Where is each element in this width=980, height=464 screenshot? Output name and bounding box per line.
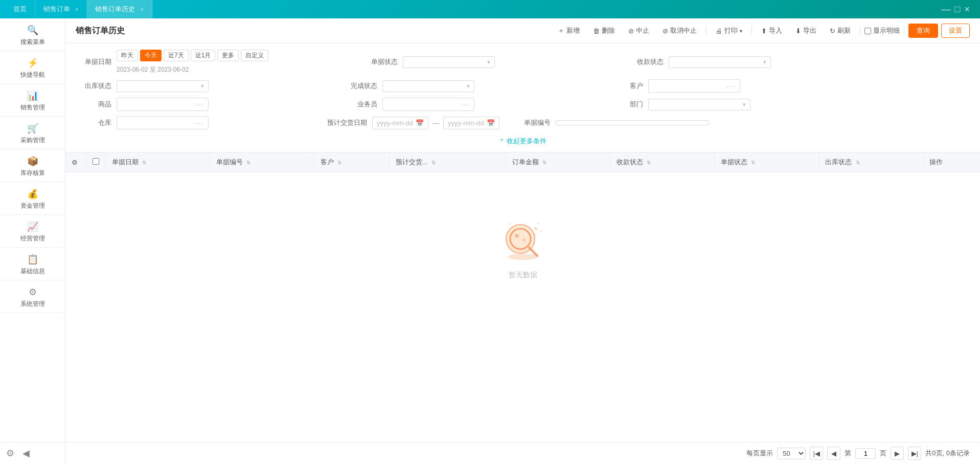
column-settings-icon[interactable]: ⚙ xyxy=(72,159,78,166)
cancel-stop-button[interactable]: ⊘ 取消中止 xyxy=(657,24,702,37)
col-payment-status-sort-icon[interactable]: ⇅ xyxy=(647,160,651,165)
next-page-button[interactable]: ▶ xyxy=(891,447,904,460)
print-arrow-icon: ▾ xyxy=(740,28,742,34)
col-delivery-status[interactable]: 出库状态 ⇅ xyxy=(818,152,923,172)
salesperson-input[interactable]: ··· xyxy=(382,98,474,111)
col-customer-sort-icon[interactable]: ⇅ xyxy=(337,160,341,165)
sidebar-item-sales[interactable]: 📊 销售管理 xyxy=(0,84,65,117)
page-number-input[interactable] xyxy=(855,448,876,459)
order-no-input[interactable] xyxy=(556,120,709,125)
display-detail-text: 显示明细 xyxy=(873,26,900,35)
customer-dots-icon: ··· xyxy=(726,82,736,90)
refresh-button[interactable]: ↻ 刷新 xyxy=(825,24,856,37)
svg-point-7 xyxy=(537,223,539,225)
select-all-checkbox[interactable] xyxy=(93,158,99,165)
tab-sales-order[interactable]: 销售订单 × xyxy=(35,0,87,18)
col-delivery-status-sort-icon[interactable]: ⇅ xyxy=(856,160,860,165)
col-checkbox[interactable] xyxy=(86,152,105,172)
tab-sales-order-close[interactable]: × xyxy=(75,6,78,12)
customer-control: ··· xyxy=(648,79,842,93)
sidebar-item-search-menu[interactable]: 🔍 搜索菜单 xyxy=(0,18,65,51)
tab-home[interactable]: 首页 xyxy=(5,0,35,18)
display-detail-checkbox-label[interactable]: 显示明细 xyxy=(864,26,900,35)
date-btn-more[interactable]: 更多 xyxy=(217,50,239,61)
settings-button[interactable]: 设置 xyxy=(941,24,970,38)
warehouse-input[interactable]: ··· xyxy=(117,116,209,129)
col-expected-delivery-label: 预计交货... xyxy=(396,158,428,166)
sidebar-item-purchase[interactable]: 🛒 采购管理 xyxy=(0,117,65,149)
sidebar-item-quick-nav[interactable]: ⚡ 快捷导航 xyxy=(0,51,65,84)
collapse-row[interactable]: ⌃ 收起更多条件 xyxy=(76,135,970,146)
col-order-status-sort-icon[interactable]: ⇅ xyxy=(751,160,755,165)
display-detail-checkbox[interactable] xyxy=(864,28,871,34)
toolbar-divider-2 xyxy=(751,27,752,35)
col-expected-delivery[interactable]: 预计交货... ⇅ xyxy=(389,152,506,172)
complete-status-label: 完成状态 xyxy=(341,81,382,91)
page-size-label: 每页显示 xyxy=(746,449,773,458)
import-button[interactable]: ⬆ 导入 xyxy=(756,24,787,37)
date-btn-1month[interactable]: 近1月 xyxy=(191,50,216,61)
col-expected-delivery-sort-icon[interactable]: ⇅ xyxy=(431,160,436,165)
empty-state: ~ ~ 暂无数据 xyxy=(65,172,980,321)
date-btn-yesterday[interactable]: 昨天 xyxy=(117,50,138,61)
delivery-status-select[interactable]: ▾ xyxy=(117,80,209,92)
stop-button[interactable]: ⊘ 中止 xyxy=(623,24,654,37)
expected-delivery-end-input[interactable]: yyyy-mm-dd 📅 xyxy=(443,117,499,129)
department-label: 部门 xyxy=(607,100,648,109)
first-page-button[interactable]: |◀ xyxy=(810,447,823,460)
order-status-select[interactable]: ▾ xyxy=(403,56,495,68)
close-icon[interactable]: × xyxy=(964,4,970,15)
col-amount[interactable]: 订单金额 ⇅ xyxy=(506,152,610,172)
order-status-label: 单据状态 xyxy=(362,57,403,67)
query-button[interactable]: 查询 xyxy=(908,24,938,38)
col-order-status[interactable]: 单据状态 ⇅ xyxy=(714,152,818,172)
complete-status-select[interactable]: ▾ xyxy=(382,80,474,92)
print-button[interactable]: 🖨 打印 ▾ xyxy=(711,24,747,37)
sidebar-item-base-info-label: 基础信息 xyxy=(20,267,45,276)
delete-button[interactable]: 🗑 删除 xyxy=(588,24,620,37)
col-date[interactable]: 单据日期 ⇅ xyxy=(105,152,210,172)
tab-sales-order-history-close[interactable]: × xyxy=(140,6,143,12)
col-amount-sort-icon[interactable]: ⇅ xyxy=(542,160,546,165)
date-btn-custom[interactable]: 自定义 xyxy=(241,50,268,61)
collapse-chevron-icon: ⌃ xyxy=(499,138,505,145)
customer-input[interactable]: ··· xyxy=(648,79,740,93)
expected-delivery-start-input[interactable]: yyyy-mm-dd 📅 xyxy=(372,117,428,129)
sidebar-item-operations[interactable]: 📈 经营管理 xyxy=(0,215,65,248)
maximize-icon[interactable]: □ xyxy=(955,4,961,15)
last-page-button[interactable]: ▶| xyxy=(908,447,921,460)
new-button[interactable]: ＋ 新增 xyxy=(553,24,585,37)
expected-delivery-label: 预计交货日期 xyxy=(326,118,372,127)
sidebar-settings-icon[interactable]: ⚙ xyxy=(6,448,14,459)
sidebar-item-system[interactable]: ⚙ 系统管理 xyxy=(0,280,65,313)
date-btn-7days[interactable]: 近7天 xyxy=(164,50,189,61)
date-btn-today[interactable]: 今天 xyxy=(140,50,162,61)
minimize-icon[interactable]: — xyxy=(942,4,951,15)
sidebar-item-inventory[interactable]: 📦 库存核算 xyxy=(0,149,65,182)
col-settings[interactable]: ⚙ xyxy=(65,152,86,172)
sidebar-item-base-info[interactable]: 📋 基础信息 xyxy=(0,248,65,280)
export-button[interactable]: ⬇ 导出 xyxy=(790,24,822,37)
product-input[interactable]: ··· xyxy=(117,98,209,111)
sidebar-item-finance[interactable]: 💰 资金管理 xyxy=(0,182,65,215)
quick-nav-icon: ⚡ xyxy=(27,57,38,69)
toolbar-divider-1 xyxy=(706,27,706,35)
col-payment-status[interactable]: 收款状态 ⇅ xyxy=(610,152,714,172)
col-order-status-label: 单据状态 xyxy=(721,158,747,166)
delete-icon: 🗑 xyxy=(593,27,600,35)
tab-sales-order-history[interactable]: 销售订单历史 × xyxy=(87,0,152,18)
col-actions: 操作 xyxy=(923,152,980,172)
filter-row-2: 出库状态 ▾ 完成状态 ▾ 客户 xyxy=(76,79,970,93)
table-header-row: ⚙ 单据日期 ⇅ 单据编号 ⇅ xyxy=(65,152,980,172)
sidebar-collapse-icon[interactable]: ◀ xyxy=(22,448,30,459)
svg-text:~: ~ xyxy=(508,220,512,228)
prev-page-button[interactable]: ◀ xyxy=(827,447,840,460)
col-customer[interactable]: 客户 ⇅ xyxy=(314,152,389,172)
col-date-sort-icon[interactable]: ⇅ xyxy=(142,160,146,165)
collapse-label: 收起更多条件 xyxy=(507,137,546,146)
col-order-no-sort-icon[interactable]: ⇅ xyxy=(246,160,250,165)
department-select[interactable]: ▾ xyxy=(648,99,750,111)
col-order-no[interactable]: 单据编号 ⇅ xyxy=(210,152,314,172)
page-size-select[interactable]: 10 20 50 100 xyxy=(777,448,806,459)
payment-status-select[interactable]: ▾ xyxy=(669,56,771,68)
